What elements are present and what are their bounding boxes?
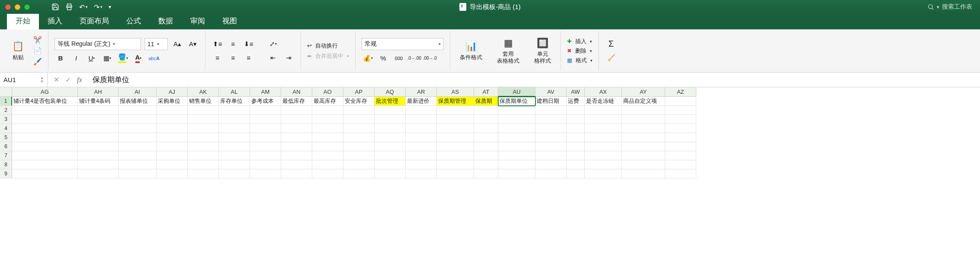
- cell[interactable]: [665, 169, 696, 178]
- column-header-AT[interactable]: AT: [474, 87, 498, 97]
- row-header[interactable]: 5: [0, 133, 12, 142]
- cell[interactable]: [219, 106, 250, 115]
- cell[interactable]: [567, 151, 585, 160]
- cell[interactable]: [157, 106, 188, 115]
- cell[interactable]: [250, 160, 281, 169]
- align-top-button[interactable]: ⬆≡: [211, 38, 224, 50]
- column-header-AM[interactable]: AM: [250, 87, 281, 97]
- cell[interactable]: [567, 124, 585, 133]
- column-header-AQ[interactable]: AQ: [375, 87, 406, 97]
- cell[interactable]: [437, 133, 474, 142]
- column-header-AN[interactable]: AN: [281, 87, 312, 97]
- currency-button[interactable]: 💰▾: [362, 53, 374, 64]
- cell[interactable]: [567, 106, 585, 115]
- cell[interactable]: [281, 169, 312, 178]
- close-window-button[interactable]: [5, 4, 11, 10]
- format-cells-button[interactable]: ▦格式▾: [567, 57, 592, 64]
- cell[interactable]: [437, 124, 474, 133]
- tab-数据[interactable]: 数据: [150, 13, 182, 29]
- delete-cells-button[interactable]: ✖删除▾: [567, 47, 592, 55]
- cell[interactable]: [474, 169, 498, 178]
- cell[interactable]: [567, 115, 585, 124]
- cell[interactable]: [188, 124, 219, 133]
- cell[interactable]: [312, 133, 343, 142]
- column-header-AH[interactable]: AH: [78, 87, 118, 97]
- minimize-window-button[interactable]: [15, 4, 20, 10]
- cell[interactable]: [585, 151, 622, 160]
- copy-button[interactable]: 📄: [33, 47, 42, 55]
- cell[interactable]: [498, 151, 535, 160]
- cell[interactable]: [406, 133, 437, 142]
- cell[interactable]: [78, 142, 118, 151]
- cell[interactable]: [281, 124, 312, 133]
- cell[interactable]: [250, 124, 281, 133]
- cell[interactable]: [406, 124, 437, 133]
- cell[interactable]: [188, 115, 219, 124]
- cell[interactable]: [498, 133, 535, 142]
- cell[interactable]: 批次管理: [375, 97, 406, 106]
- cell[interactable]: [78, 106, 118, 115]
- cell[interactable]: [665, 151, 696, 160]
- cell[interactable]: [535, 124, 567, 133]
- cell[interactable]: [12, 124, 78, 133]
- cell[interactable]: [312, 151, 343, 160]
- row-header[interactable]: 7: [0, 151, 12, 160]
- align-left-button[interactable]: ≡: [211, 52, 224, 64]
- cell[interactable]: [585, 169, 622, 178]
- cell[interactable]: [343, 133, 375, 142]
- cell[interactable]: [78, 169, 118, 178]
- cell[interactable]: [622, 160, 665, 169]
- cell[interactable]: [343, 142, 375, 151]
- wrap-text-button[interactable]: ↩ 自动换行: [307, 42, 349, 50]
- row-header[interactable]: 2: [0, 106, 12, 115]
- font-size-combo[interactable]: 11▾: [144, 38, 168, 50]
- formula-input[interactable]: [88, 76, 980, 84]
- cell[interactable]: [498, 160, 535, 169]
- italic-button[interactable]: I: [70, 53, 82, 64]
- cell[interactable]: [567, 133, 585, 142]
- redo-button[interactable]: ↷ ▾: [94, 3, 102, 11]
- decrease-indent-button[interactable]: ⇤: [267, 52, 279, 64]
- comma-button[interactable]: 000: [393, 53, 405, 64]
- cell[interactable]: [250, 133, 281, 142]
- cell[interactable]: [250, 142, 281, 151]
- cell[interactable]: [585, 133, 622, 142]
- cell[interactable]: [312, 142, 343, 151]
- cell[interactable]: [219, 124, 250, 133]
- cell[interactable]: [78, 160, 118, 169]
- tab-公式[interactable]: 公式: [118, 13, 150, 29]
- cell[interactable]: [535, 133, 567, 142]
- cell[interactable]: [12, 115, 78, 124]
- cell[interactable]: [474, 151, 498, 160]
- cell[interactable]: [622, 133, 665, 142]
- cell-style-button[interactable]: 🔲 单元格样式: [531, 36, 554, 66]
- cell[interactable]: [188, 160, 219, 169]
- increase-font-button[interactable]: A▴: [171, 38, 183, 50]
- fx-icon[interactable]: fx: [77, 76, 82, 84]
- cell[interactable]: [567, 160, 585, 169]
- cell[interactable]: [535, 142, 567, 151]
- cell[interactable]: [535, 106, 567, 115]
- column-header-AK[interactable]: AK: [188, 87, 219, 97]
- cell[interactable]: [665, 124, 696, 133]
- cell[interactable]: [12, 151, 78, 160]
- cell[interactable]: [406, 106, 437, 115]
- row-header[interactable]: 3: [0, 115, 12, 124]
- cell[interactable]: 安全库存: [343, 97, 375, 106]
- cell[interactable]: [498, 124, 535, 133]
- cell[interactable]: [118, 169, 157, 178]
- save-icon[interactable]: [51, 3, 59, 11]
- column-header-AX[interactable]: AX: [585, 87, 622, 97]
- cell[interactable]: [406, 160, 437, 169]
- cell[interactable]: [219, 160, 250, 169]
- cell[interactable]: [474, 124, 498, 133]
- column-header-AG[interactable]: AG: [12, 87, 78, 97]
- font-name-combo[interactable]: 等线 Regular (正文)▾: [54, 38, 141, 50]
- select-all-corner[interactable]: [0, 87, 12, 97]
- cell[interactable]: [118, 133, 157, 142]
- table-format-button[interactable]: ▦ 套用表格格式: [493, 36, 523, 66]
- cell[interactable]: [622, 169, 665, 178]
- cell[interactable]: [250, 115, 281, 124]
- cell[interactable]: [375, 151, 406, 160]
- row-header[interactable]: 1: [0, 97, 12, 106]
